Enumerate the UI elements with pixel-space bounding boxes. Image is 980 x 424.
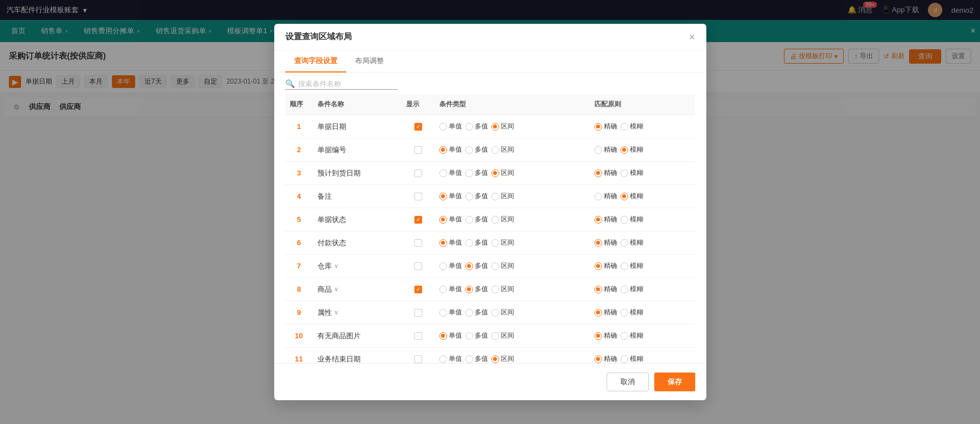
- row-checkbox-9[interactable]: [402, 330, 435, 342]
- row-checkbox-6[interactable]: [402, 260, 435, 272]
- type-radio-5-1[interactable]: 多值: [465, 238, 488, 247]
- type-radio-0-2[interactable]: 区间: [491, 122, 514, 131]
- match-radio-1-1[interactable]: 模糊: [620, 145, 643, 154]
- type-radio-7-2[interactable]: 区间: [491, 285, 514, 294]
- row-name-7[interactable]: 商品 ∨: [313, 282, 402, 297]
- match-radio-9-0[interactable]: 精确: [594, 331, 617, 340]
- checkbox-6[interactable]: [414, 262, 422, 270]
- row-name-6[interactable]: 仓库 ∨: [313, 259, 402, 273]
- type-radio-1-2[interactable]: 区间: [491, 145, 514, 154]
- match-radio-6-0[interactable]: 精确: [594, 261, 617, 271]
- match-radio-7-0[interactable]: 精确: [594, 285, 617, 294]
- type-radio-6-2[interactable]: 区间: [491, 261, 514, 271]
- radio-circle-icon: [491, 146, 499, 154]
- match-radio-8-0[interactable]: 精确: [594, 308, 617, 317]
- type-radio-7-1[interactable]: 多值: [465, 285, 488, 294]
- type-radio-9-0[interactable]: 单值: [439, 331, 462, 340]
- type-radio-8-2[interactable]: 区间: [491, 308, 514, 317]
- row-checkbox-2[interactable]: [402, 167, 435, 179]
- match-radio-4-1[interactable]: 模糊: [620, 215, 643, 224]
- type-radio-4-0[interactable]: 单值: [439, 215, 462, 224]
- radio-circle-icon: [594, 123, 602, 131]
- row-checkbox-7[interactable]: [402, 283, 435, 296]
- row-checkbox-3[interactable]: [402, 190, 435, 203]
- radio-circle-icon: [594, 146, 602, 154]
- type-radio-10-0[interactable]: 单值: [439, 354, 462, 363]
- radio-label: 多值: [475, 261, 488, 271]
- dialog-close-button[interactable]: ×: [689, 32, 695, 42]
- checkbox-0[interactable]: [414, 123, 422, 131]
- type-radio-4-2[interactable]: 区间: [491, 215, 514, 224]
- type-radio-3-0[interactable]: 单值: [439, 192, 462, 201]
- checkbox-10[interactable]: [414, 355, 422, 363]
- row-checkbox-1[interactable]: [402, 144, 435, 156]
- type-radio-1-0[interactable]: 单值: [439, 145, 462, 154]
- match-radio-4-0[interactable]: 精确: [594, 215, 617, 224]
- radio-label: 模糊: [630, 261, 643, 271]
- match-radio-0-1[interactable]: 模糊: [620, 122, 643, 131]
- type-radio-9-2[interactable]: 区间: [491, 331, 514, 340]
- match-radio-5-1[interactable]: 模糊: [620, 238, 643, 247]
- checkbox-2[interactable]: [414, 169, 422, 177]
- radio-label: 区间: [501, 122, 514, 131]
- type-radio-0-0[interactable]: 单值: [439, 122, 462, 131]
- save-button[interactable]: 保存: [654, 373, 695, 391]
- row-checkbox-4[interactable]: [402, 214, 435, 226]
- match-radio-6-1[interactable]: 模糊: [620, 261, 643, 271]
- type-radio-9-1[interactable]: 多值: [465, 331, 488, 340]
- cancel-button[interactable]: 取消: [607, 373, 649, 391]
- type-radio-3-2[interactable]: 区间: [491, 192, 514, 201]
- match-radio-1-0[interactable]: 精确: [594, 145, 617, 154]
- type-radio-2-0[interactable]: 单值: [439, 168, 462, 178]
- row-name-8[interactable]: 属性 ∨: [313, 306, 402, 320]
- checkbox-4[interactable]: [414, 216, 422, 224]
- type-radio-5-2[interactable]: 区间: [491, 238, 514, 247]
- type-radio-6-1[interactable]: 多值: [465, 261, 488, 271]
- type-radio-4-1[interactable]: 多值: [465, 215, 488, 224]
- type-radio-2-2[interactable]: 区间: [491, 168, 514, 178]
- type-radio-2-1[interactable]: 多值: [465, 168, 488, 178]
- type-radio-8-1[interactable]: 多值: [465, 308, 488, 317]
- row-checkbox-5[interactable]: [402, 237, 435, 249]
- match-radio-8-1[interactable]: 模糊: [620, 308, 643, 317]
- type-radio-3-1[interactable]: 多值: [465, 192, 488, 201]
- checkbox-3[interactable]: [414, 193, 422, 200]
- tab-query-fields[interactable]: 查询字段设置: [285, 50, 346, 73]
- type-radio-10-1[interactable]: 多值: [465, 354, 488, 363]
- match-radio-10-1[interactable]: 模糊: [620, 354, 643, 363]
- match-radio-10-0[interactable]: 精确: [594, 354, 617, 363]
- match-radio-3-0[interactable]: 精确: [594, 192, 617, 201]
- radio-circle-icon: [594, 286, 602, 293]
- match-radio-2-0[interactable]: 精确: [594, 168, 617, 178]
- match-radio-9-1[interactable]: 模糊: [620, 331, 643, 340]
- radio-circle-icon: [620, 239, 628, 247]
- match-radio-7-1[interactable]: 模糊: [620, 285, 643, 294]
- chevron-down-icon[interactable]: ∨: [334, 309, 338, 316]
- row-order-10: 11: [285, 353, 313, 363]
- row-checkbox-8[interactable]: [402, 307, 435, 319]
- chevron-down-icon[interactable]: ∨: [334, 286, 338, 293]
- match-radio-0-0[interactable]: 精确: [594, 122, 617, 131]
- checkbox-8[interactable]: [414, 309, 422, 317]
- type-radio-1-1[interactable]: 多值: [465, 145, 488, 154]
- checkbox-5[interactable]: [414, 239, 422, 247]
- checkbox-7[interactable]: [414, 286, 422, 293]
- type-radio-10-2[interactable]: 区间: [491, 354, 514, 363]
- checkbox-1[interactable]: [414, 146, 422, 154]
- row-checkbox-0[interactable]: [402, 121, 435, 133]
- condition-table-body: 1单据日期单值多值区间精确模糊2单据编号单值多值区间精确模糊3预计到货日期单值多…: [274, 115, 706, 363]
- type-radio-5-0[interactable]: 单值: [439, 238, 462, 247]
- type-radio-8-0[interactable]: 单值: [439, 308, 462, 317]
- type-radio-0-1[interactable]: 多值: [465, 122, 488, 131]
- match-radio-3-1[interactable]: 模糊: [620, 192, 643, 201]
- tab-layout[interactable]: 布局调整: [346, 50, 393, 73]
- search-input[interactable]: [298, 80, 398, 88]
- match-radio-2-1[interactable]: 模糊: [620, 168, 643, 178]
- type-radio-7-0[interactable]: 单值: [439, 285, 462, 294]
- checkbox-9[interactable]: [414, 332, 422, 340]
- type-radio-6-0[interactable]: 单值: [439, 261, 462, 271]
- row-type-9: 单值多值区间: [435, 329, 590, 343]
- row-checkbox-10[interactable]: [402, 353, 435, 364]
- match-radio-5-0[interactable]: 精确: [594, 238, 617, 247]
- chevron-down-icon[interactable]: ∨: [334, 262, 338, 270]
